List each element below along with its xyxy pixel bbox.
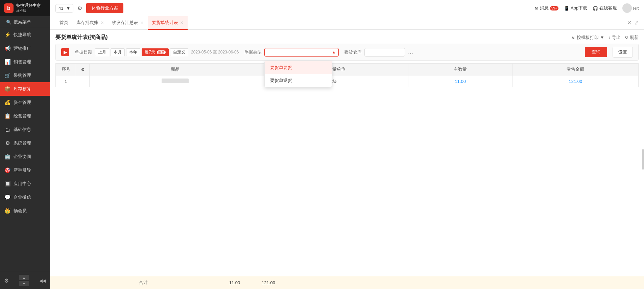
page-content: 要货单统计表(按商品) 🖨 按模板打印 ▼ ↓ 导出 ↻ 刷新 ▶ bbox=[50, 30, 644, 289]
guide-icon: 🎯 bbox=[4, 167, 11, 174]
print-btn[interactable]: 🖨 按模板打印 ▼ bbox=[571, 35, 604, 41]
tab-home[interactable]: 首页 bbox=[55, 16, 72, 30]
refresh-icon: ↻ bbox=[625, 35, 628, 40]
sidebar-item-inventory[interactable]: 📦 库存核算 bbox=[0, 82, 50, 96]
sidebar-item-quick-nav[interactable]: ⚡ 快捷导航 bbox=[0, 28, 50, 42]
sidebar-item-guide[interactable]: 🎯 新手引导 bbox=[0, 163, 50, 177]
basic-icon: 🗂 bbox=[4, 126, 11, 133]
sidebar-item-finance[interactable]: 💰 资金管理 bbox=[0, 96, 50, 109]
query-btn[interactable]: 查询 bbox=[585, 47, 607, 57]
col-header-amount: 零售金额 bbox=[512, 64, 638, 75]
tab-receipt-summary[interactable]: 收发存汇总表 ✕ bbox=[108, 16, 148, 30]
sidebar-item-label: 企业微信 bbox=[14, 194, 31, 200]
selector-arrow-icon: ▼ bbox=[66, 6, 70, 11]
sidebar-logo: b 畅捷通好生意 标准版 bbox=[0, 0, 50, 16]
user-profile-btn[interactable]: Rit bbox=[622, 3, 639, 13]
sidebar-scroll-down[interactable]: ▼ bbox=[19, 281, 29, 286]
quick-nav-icon: ⚡ bbox=[4, 31, 11, 38]
table-header-row: 序号 ⚙ 商品 主计量单位 主数量 零售金额 bbox=[56, 64, 639, 75]
tab-inventory-batch-label: 库存批次账 bbox=[76, 20, 98, 26]
footer-label: 合计 bbox=[110, 280, 177, 286]
export-btn[interactable]: ↓ 导出 bbox=[609, 35, 621, 41]
online-service-btn[interactable]: 🎧 在线客服 bbox=[593, 5, 617, 11]
sidebar-item-label: 资金管理 bbox=[14, 99, 31, 106]
footer-quantity: 11.00 bbox=[218, 280, 252, 285]
sidebar-item-wechat[interactable]: 💬 企业微信 bbox=[0, 191, 50, 204]
topbar: 41 ▼ ⚙ 体验行业方案 ✉ 消息 99+ 📱 App下载 🎧 在线客服 R bbox=[50, 0, 644, 16]
sidebar-settings-btn[interactable]: ⚙ bbox=[4, 277, 9, 284]
close-all-btn[interactable]: ✕ bbox=[627, 20, 631, 26]
tabs-actions: ✕ ⤢ bbox=[627, 20, 639, 26]
sidebar-scroll-up[interactable]: ▲ bbox=[19, 275, 29, 280]
table-settings-icon[interactable]: ⚙ bbox=[81, 67, 85, 72]
tab-requisition-summary[interactable]: 要货单统计表 ✕ bbox=[148, 16, 188, 30]
sidebar-collapse-btn[interactable]: ◀◀ bbox=[39, 278, 46, 283]
col-header-settings[interactable]: ⚙ bbox=[76, 64, 90, 75]
refresh-btn[interactable]: ↻ 刷新 bbox=[625, 35, 639, 41]
main-content: 41 ▼ ⚙ 体验行业方案 ✉ 消息 99+ 📱 App下载 🎧 在线客服 R bbox=[50, 0, 644, 289]
sidebar-item-operation[interactable]: 📋 经营管理 bbox=[0, 109, 50, 123]
expand-btn[interactable]: ⤢ bbox=[634, 20, 639, 26]
dropdown-item-requisition-return[interactable]: 要货单退货 bbox=[265, 74, 332, 87]
sidebar-item-purchase[interactable]: 🛒 采购管理 bbox=[0, 69, 50, 82]
sidebar-search[interactable]: 🔍 搜索菜单 bbox=[0, 16, 50, 28]
filter-btn-this-month[interactable]: 本月 bbox=[111, 48, 125, 56]
service-icon: 🎧 bbox=[593, 6, 598, 11]
filter-warehouse-select[interactable] bbox=[364, 48, 405, 57]
filter-warehouse-label: 要货仓库 bbox=[344, 49, 362, 55]
sidebar-item-apps[interactable]: 🔲 应用中心 bbox=[0, 177, 50, 191]
cell-row-num: 1 bbox=[56, 75, 76, 87]
right-scroll-handle[interactable] bbox=[642, 149, 644, 170]
filter-btn-last-month[interactable]: 上月 bbox=[95, 48, 109, 56]
dropdown-item-requisition-purchase[interactable]: 要货单要货 bbox=[265, 61, 332, 74]
tab-receipt-summary-close[interactable]: ✕ bbox=[140, 20, 144, 25]
tab-inventory-batch[interactable]: 库存批次账 ✕ bbox=[72, 16, 108, 30]
sidebar-item-member[interactable]: 👑 畅会员 bbox=[0, 204, 50, 218]
message-btn[interactable]: ✉ 消息 99+ bbox=[535, 5, 558, 11]
filter-type-select[interactable]: ▲ bbox=[264, 48, 339, 57]
sidebar-item-enterprise[interactable]: 🏢 企业协同 bbox=[0, 150, 50, 163]
filter-warehouse-group: 要货仓库 … bbox=[344, 48, 413, 57]
filter-warehouse-value bbox=[367, 50, 369, 55]
sales-icon: 📊 bbox=[4, 59, 11, 65]
type-dropdown: 要货单要货 要货单退货 bbox=[264, 61, 332, 87]
topbar-settings-icon[interactable]: ⚙ bbox=[77, 5, 82, 12]
logo-name: 畅捷通好生意 bbox=[16, 3, 41, 8]
message-badge: 99+ bbox=[550, 6, 558, 10]
filter-btn-custom[interactable]: 自定义 bbox=[170, 48, 188, 56]
page-header: 要货单统计表(按商品) 🖨 按模板打印 ▼ ↓ 导出 ↻ 刷新 bbox=[50, 30, 644, 44]
filter-date-label: 单据日期 bbox=[75, 49, 92, 55]
sidebar-item-basic[interactable]: 🗂 基础信息 bbox=[0, 123, 50, 136]
app-download-btn[interactable]: 📱 App下载 bbox=[564, 5, 587, 11]
filter-type-group: 单据类型 ▲ 要货单要货 要货单退货 bbox=[244, 48, 339, 57]
sidebar-item-marketing[interactable]: 📢 营销推广 bbox=[0, 42, 50, 55]
filter-type-arrow-icon: ▲ bbox=[332, 50, 336, 54]
export-label: 导出 bbox=[612, 35, 621, 41]
search-icon: 🔍 bbox=[6, 20, 11, 25]
cell-quantity[interactable]: 11.00 bbox=[408, 75, 512, 87]
table-footer: 合计 11.00 121.00 bbox=[50, 276, 644, 289]
logo-icon: b bbox=[4, 3, 14, 13]
app-download-label: App下载 bbox=[571, 5, 587, 11]
trial-btn[interactable]: 体验行业方案 bbox=[86, 3, 123, 13]
filter-btn-this-year[interactable]: 本年 bbox=[126, 48, 140, 56]
sidebar-item-label: 采购管理 bbox=[14, 72, 31, 79]
sidebar-item-system[interactable]: ⚙ 系统管理 bbox=[0, 136, 50, 150]
print-dropdown-icon: ▼ bbox=[600, 35, 604, 40]
tabs-bar: 首页 库存批次账 ✕ 收发存汇总表 ✕ 要货单统计表 ✕ ✕ ⤢ bbox=[50, 16, 644, 30]
tab-requisition-summary-close[interactable]: ✕ bbox=[180, 20, 184, 25]
filter-settings-btn[interactable]: 设置 bbox=[613, 47, 633, 58]
topbar-left: 41 ▼ ⚙ 体验行业方案 bbox=[55, 3, 123, 13]
page-title: 要货单统计表(按商品) bbox=[55, 34, 108, 41]
finance-icon: 💰 bbox=[4, 99, 11, 106]
sidebar-item-sales[interactable]: 📊 销售管理 bbox=[0, 55, 50, 69]
service-label: 在线客服 bbox=[599, 5, 617, 11]
company-selector[interactable]: 41 ▼ bbox=[55, 4, 73, 13]
cell-amount[interactable]: 121.00 bbox=[512, 75, 638, 87]
filter-expand-btn[interactable]: ▶ bbox=[61, 48, 69, 56]
tab-inventory-batch-close[interactable]: ✕ bbox=[100, 20, 104, 25]
sidebar-item-label: 快捷导航 bbox=[14, 32, 31, 38]
filter-more-icon[interactable]: … bbox=[408, 49, 413, 55]
filter-btn-7days[interactable]: 近7天 更多 bbox=[142, 48, 169, 56]
footer-amount: 121.00 bbox=[252, 280, 285, 285]
